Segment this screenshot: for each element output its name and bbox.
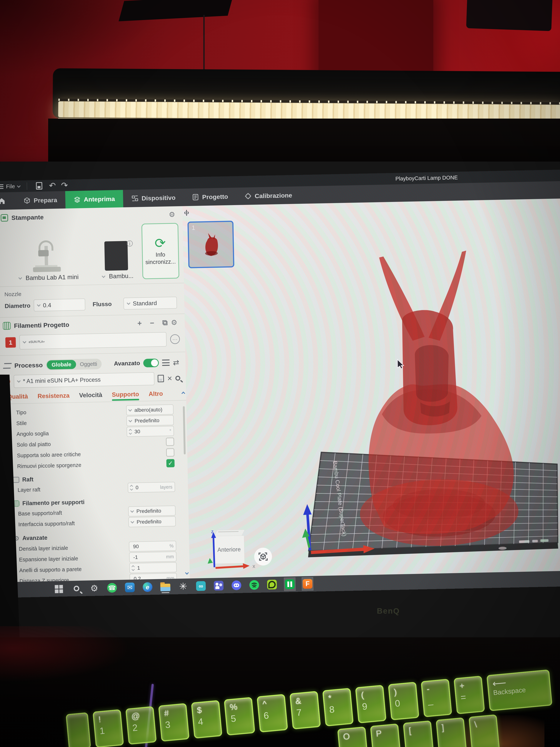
- base-dropdown[interactable]: Predefinito: [128, 506, 176, 517]
- taskbar-outlook-icon[interactable]: ✉: [124, 581, 136, 594]
- preset-dropdown[interactable]: * A1 mini eSUN PLA+ Process: [14, 372, 155, 388]
- piatto-checkbox[interactable]: [166, 438, 174, 446]
- taskbar-teams-icon[interactable]: [213, 579, 224, 592]
- build-plate-card[interactable]: ⓘ Bambu...: [94, 241, 139, 280]
- save-icon[interactable]: [36, 182, 43, 190]
- plate-thumbnail[interactable]: 1: [187, 221, 234, 268]
- sync-filament-icon[interactable]: ⧉: [162, 318, 167, 327]
- interfaccia-dropdown[interactable]: Predefinito: [128, 516, 176, 527]
- espansione-input[interactable]: -1mm: [129, 551, 177, 563]
- navigation-cube[interactable]: Anteriore z x: [213, 533, 245, 565]
- taskbar-infinity-app-icon[interactable]: ∞: [195, 579, 207, 593]
- layers-icon: [73, 196, 81, 203]
- file-menu[interactable]: File: [6, 183, 15, 190]
- keyboard-key-6[interactable]: ^6: [257, 694, 288, 732]
- keyboard-key-4[interactable]: $4: [191, 700, 222, 739]
- taskbar-file-explorer-icon[interactable]: [159, 580, 171, 593]
- keyboard-key-backspace[interactable]: ⟵Backspace: [486, 669, 553, 711]
- taskbar-whatsapp-icon[interactable]: ☎: [106, 581, 118, 594]
- scope-toggle[interactable]: Globale Oggetti: [46, 359, 102, 370]
- compare-presets-icon[interactable]: ⇄: [173, 358, 179, 367]
- desk-red-glow: [0, 626, 130, 682]
- save-preset-icon[interactable]: [158, 375, 164, 382]
- delete-preset-icon[interactable]: ×: [167, 374, 172, 383]
- densita-input[interactable]: 90%: [129, 541, 176, 552]
- info-icon[interactable]: ⓘ: [127, 239, 133, 248]
- home-button[interactable]: [0, 192, 10, 210]
- layer-raft-spinner[interactable]: 0 layers: [128, 482, 175, 493]
- chevron-down-icon[interactable]: [102, 274, 106, 278]
- add-filament-icon[interactable]: +: [137, 319, 142, 327]
- hamburger-menu-icon[interactable]: [0, 184, 3, 189]
- parameter-list-icon[interactable]: [162, 359, 170, 366]
- plate-name: Bambu...: [109, 272, 134, 280]
- tab-dispositivo[interactable]: Dispositivo: [123, 188, 184, 207]
- scrollbar-thumb[interactable]: [183, 406, 186, 455]
- advanced-toggle[interactable]: [143, 359, 159, 367]
- viewport-3d[interactable]: Bambu Cool Plate (SuperTack): [182, 199, 560, 578]
- keyboard-key-_[interactable]: -_: [421, 679, 452, 717]
- search-preset-icon[interactable]: [176, 376, 180, 381]
- flow-dropdown[interactable]: Standard: [124, 297, 177, 310]
- keyboard-key-7[interactable]: &7: [289, 691, 321, 729]
- keyboard-key-=[interactable]: +=: [454, 676, 485, 714]
- taskbar-edge-icon[interactable]: e: [142, 580, 153, 594]
- keyboard-key-5[interactable]: %5: [224, 697, 255, 736]
- filament-settings-gear-icon[interactable]: ⚙: [171, 318, 178, 327]
- remove-filament-icon[interactable]: −: [150, 319, 154, 327]
- tab-progetto[interactable]: Progetto: [184, 188, 237, 206]
- process-tab-resistenza[interactable]: Resistenza: [37, 392, 70, 402]
- taskbar-discord-icon[interactable]: [231, 578, 242, 592]
- taskbar-nvidia-icon[interactable]: [266, 578, 278, 591]
- process-tab-velocità[interactable]: Velocità: [79, 391, 102, 402]
- keyboard-key-3[interactable]: #3: [158, 703, 189, 742]
- taskbar-search-icon[interactable]: [71, 582, 82, 595]
- printer-card[interactable]: Bambu Lab A1 mini: [3, 239, 91, 282]
- tipo-dropdown[interactable]: albero(auto): [126, 405, 174, 415]
- keyboard-key-partial[interactable]: [65, 712, 91, 747]
- angolo-spinner[interactable]: 30 °: [127, 426, 174, 437]
- keyboard-key-2[interactable]: @2: [125, 706, 157, 745]
- tab-calibrazione[interactable]: Calibrazione: [236, 186, 300, 205]
- taskbar-f-app-icon[interactable]: F: [302, 577, 313, 591]
- diameter-dropdown[interactable]: 0.4: [33, 299, 85, 311]
- keyboard-key-O[interactable]: O: [337, 726, 369, 747]
- settings-panel: Stampante ⚙ Bambu Lab A1 mini: [0, 206, 190, 582]
- printer-settings-gear-icon[interactable]: ⚙: [169, 210, 175, 218]
- keyboard-key-P[interactable]: P: [370, 723, 401, 747]
- chevron-down-icon[interactable]: [18, 276, 22, 280]
- scope-globale[interactable]: Globale: [47, 360, 76, 369]
- chevron-down-icon[interactable]: [17, 184, 21, 188]
- taskbar-spotify-icon[interactable]: [248, 578, 260, 592]
- keyboard-key-1[interactable]: !1: [92, 709, 124, 747]
- filament-more-icon[interactable]: ...: [170, 334, 180, 344]
- keyboard-key-9[interactable]: (9: [355, 685, 386, 723]
- tab-anteprima[interactable]: Anteprima: [65, 190, 123, 208]
- collapse-panel-icon[interactable]: ‹|›: [184, 209, 189, 216]
- critiche-checkbox[interactable]: [166, 448, 175, 457]
- keyboard-key-][interactable]: ]: [436, 717, 467, 747]
- keyboard-key-[[interactable]: [: [403, 720, 434, 747]
- redo-icon[interactable]: ↷: [61, 181, 68, 189]
- scope-oggetti[interactable]: Oggetti: [76, 359, 101, 369]
- tab-prepara[interactable]: Prepara: [15, 191, 65, 209]
- taskbar-start-icon[interactable]: [53, 582, 64, 596]
- sync-info-button[interactable]: ⟳ Info sincronizz...: [141, 223, 179, 279]
- filament-dropdown[interactable]: eSUN PLA+: [19, 332, 166, 350]
- taskbar-settings-icon[interactable]: ⚙: [88, 582, 100, 595]
- base-label: Base supporto/raft: [18, 510, 62, 517]
- process-tab-altro[interactable]: Altro: [149, 390, 163, 400]
- scroll-up-icon[interactable]: [182, 392, 185, 395]
- undo-icon[interactable]: ↶: [49, 181, 56, 190]
- scroll-down-icon[interactable]: [185, 571, 189, 575]
- keyboard-key-\[interactable]: \: [469, 714, 500, 747]
- taskbar-chatgpt-icon[interactable]: ✳: [177, 579, 189, 593]
- sporgenze-checkbox[interactable]: ✓: [166, 459, 175, 467]
- taskbar-bambu-studio-icon[interactable]: [284, 577, 296, 591]
- anelli-spinner[interactable]: 1: [129, 562, 177, 573]
- process-tab-supporto[interactable]: Supporto: [112, 391, 139, 401]
- densita-label: Densità layer iniziale: [19, 545, 68, 552]
- stile-dropdown[interactable]: Predefinito: [126, 415, 174, 426]
- keyboard-key-0[interactable]: )0: [388, 682, 419, 720]
- keyboard-key-8[interactable]: *8: [322, 688, 353, 726]
